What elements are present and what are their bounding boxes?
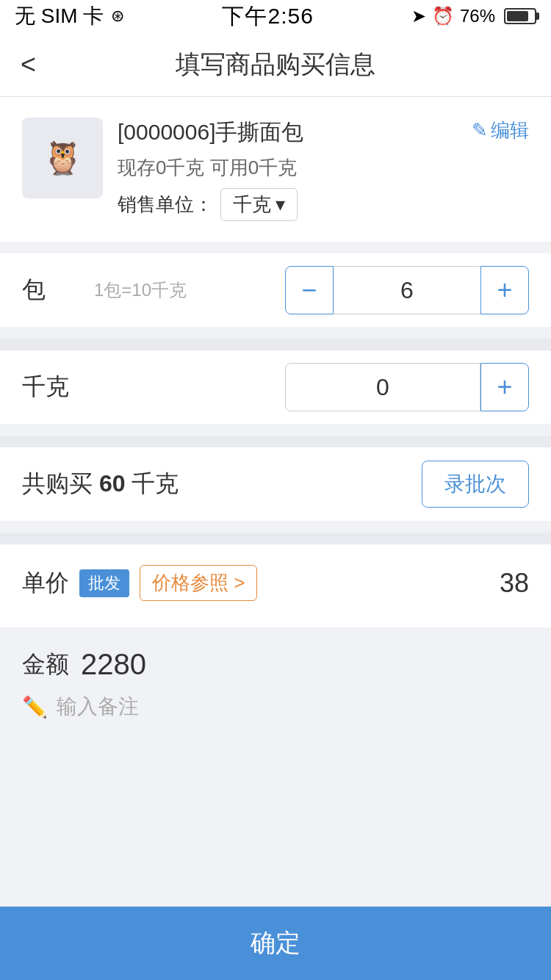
kg-plus-button[interactable]: + <box>480 363 529 411</box>
bao-hint: 1包=10千克 <box>94 278 285 302</box>
remark-placeholder: 输入备注 <box>57 693 139 721</box>
divider-1 <box>0 339 551 350</box>
status-carrier: 无 SIM 卡 ⊛ <box>15 2 124 30</box>
edit-label: 编辑 <box>491 118 529 143</box>
carrier-text: 无 SIM 卡 <box>15 2 104 30</box>
amount-label: 金额 <box>22 649 69 681</box>
product-info: [0000006]手撕面包 ✎ 编辑 现存0千克 可用0千克 销售单位： 千克 … <box>118 118 529 221</box>
bao-input[interactable] <box>334 266 480 314</box>
wifi-icon: ⊛ <box>111 7 124 26</box>
unit-dropdown[interactable]: 千克 ▾ <box>220 188 298 221</box>
bao-input-section: 包 1包=10千克 − + <box>0 253 551 327</box>
product-name-row: [0000006]手撕面包 ✎ 编辑 <box>118 118 529 148</box>
content: 🦉 [0000006]手撕面包 ✎ 编辑 现存0千克 可用0千克 销售单位： 千… <box>0 97 551 907</box>
spacer <box>0 741 551 907</box>
kg-label: 千克 <box>22 371 88 403</box>
price-ref-button[interactable]: 价格参照 > <box>140 565 257 601</box>
pencil-icon: ✏️ <box>22 695 48 719</box>
price-row: 单价 批发 价格参照 > 38 <box>22 565 529 601</box>
chevron-down-icon: ▾ <box>276 193 285 216</box>
amount-row: 金额 2280 <box>22 648 529 681</box>
kg-controls: + <box>285 363 529 411</box>
kg-input[interactable] <box>285 363 480 411</box>
status-bar: 无 SIM 卡 ⊛ 下午2:56 ➤ ⏰ 76% <box>0 0 551 32</box>
price-section: 单价 批发 价格参照 > 38 <box>0 544 551 627</box>
divider-3 <box>0 533 551 544</box>
bao-minus-button[interactable]: − <box>285 266 334 314</box>
location-icon: ➤ <box>411 6 426 26</box>
divider-2 <box>0 436 551 447</box>
batch-tag: 批发 <box>79 569 129 597</box>
unit-value: 千克 <box>233 192 271 217</box>
page-title: 填写商品购买信息 <box>176 48 375 82</box>
status-right: ➤ ⏰ 76% <box>411 6 536 26</box>
amount-value: 2280 <box>81 648 146 681</box>
amount-section: 金额 2280 ✏️ 输入备注 <box>0 627 551 741</box>
product-logo-icon: 🦉 <box>43 139 83 177</box>
total-row: 共购买 60 千克 录批次 <box>0 447 551 521</box>
battery-icon <box>504 8 536 24</box>
alarm-icon: ⏰ <box>432 6 454 26</box>
kg-row: 千克 + <box>0 350 551 424</box>
price-left: 单价 批发 价格参照 > <box>22 565 257 601</box>
battery-percent: 76% <box>460 6 495 26</box>
product-unit-row: 销售单位： 千克 ▾ <box>118 188 529 221</box>
product-name: [0000006]手撕面包 <box>118 118 472 148</box>
status-time: 下午2:56 <box>222 1 313 32</box>
confirm-button[interactable]: 确定 <box>0 907 551 980</box>
bao-controls: − + <box>285 266 529 314</box>
remark-row[interactable]: ✏️ 输入备注 <box>22 693 529 721</box>
unit-label: 销售单位： <box>118 192 213 217</box>
record-batch-button[interactable]: 录批次 <box>422 461 529 508</box>
price-value: 38 <box>500 568 529 599</box>
bao-plus-button[interactable]: + <box>480 266 529 314</box>
product-card: 🦉 [0000006]手撕面包 ✎ 编辑 现存0千克 可用0千克 销售单位： 千… <box>0 97 551 242</box>
bao-label: 包 <box>22 274 88 306</box>
bao-row: 包 1包=10千克 − + <box>0 253 551 327</box>
nav-bar: < 填写商品购买信息 <box>0 32 551 97</box>
total-text: 共购买 60 千克 <box>22 468 179 500</box>
kg-input-section: 千克 + <box>0 350 551 424</box>
back-button[interactable]: < <box>21 49 36 80</box>
price-label: 单价 <box>22 567 69 599</box>
total-amount: 60 <box>99 470 126 497</box>
edit-button[interactable]: ✎ 编辑 <box>472 118 529 143</box>
edit-icon: ✎ <box>472 119 488 142</box>
product-image: 🦉 <box>22 118 103 198</box>
product-stock: 现存0千克 可用0千克 <box>118 155 529 181</box>
